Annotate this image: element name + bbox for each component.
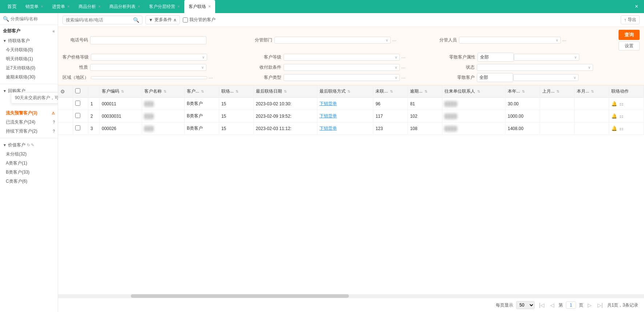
name-sort-icon[interactable]: ⇅ <box>164 89 166 93</box>
tab-customer-tier[interactable]: 客户分层经营 × <box>145 0 184 13</box>
action-bell-1[interactable]: 🔔 <box>611 113 617 119</box>
export-btn[interactable]: ↑ 导出 <box>621 15 640 24</box>
price-tier-label: 客户价格等级 <box>63 54 89 60</box>
code-sort-icon[interactable]: ⇅ <box>121 89 124 93</box>
all-customers-header[interactable]: 全部客户 « <box>0 25 58 36</box>
page-number-input[interactable] <box>566 301 576 309</box>
close-customer-link-tab[interactable]: × <box>208 4 211 9</box>
table-settings-icon[interactable]: ⚙ <box>60 89 65 94</box>
sidebar-item-b-class[interactable]: B类客户(33) <box>0 168 58 177</box>
close-customer-tier-tab[interactable]: × <box>177 4 180 9</box>
first-page-btn[interactable]: |◁ <box>538 302 546 308</box>
gender-select[interactable]: ∨ <box>90 64 206 71</box>
cell-overdue-2: 108 <box>408 122 442 135</box>
sidebar-item-7days[interactable]: 近7天待联络(0) <box>0 64 58 73</box>
close-analysis-list-tab[interactable]: × <box>138 4 140 9</box>
last-page-btn[interactable]: ▷| <box>596 302 604 308</box>
method-link-2[interactable]: 下销货单 <box>319 126 337 131</box>
value-refresh-icon[interactable]: ↻ <box>27 143 30 147</box>
type-sort-icon[interactable]: ⇅ <box>201 89 204 93</box>
unit-sort-icon[interactable]: ⇅ <box>477 89 480 93</box>
method-sort-icon[interactable]: ⇅ <box>347 89 350 93</box>
region-label: 区域（地区） <box>63 74 89 81</box>
date-sort-icon[interactable]: ⇅ <box>284 89 287 93</box>
collapse-icon[interactable]: « <box>52 29 55 34</box>
phone-input[interactable] <box>90 36 206 44</box>
table-body: 1 000011 ███ B类客户 15 2023-03-02 10:30: 下… <box>58 98 644 135</box>
settings-button[interactable]: 设置 <box>619 41 640 50</box>
nocontact-sort-icon[interactable]: ⇅ <box>390 89 393 93</box>
window-close-button[interactable]: × <box>632 3 641 10</box>
row-checkbox-1[interactable] <box>75 113 80 118</box>
payment-select[interactable]: ∨ <box>283 64 400 71</box>
price-tier-select[interactable]: ∨ <box>91 54 207 61</box>
method-link-1[interactable]: 下销货单 <box>319 113 337 118</box>
dept-select[interactable]: ∨ <box>274 37 391 44</box>
action-bell-2[interactable]: 🔔 <box>611 126 617 131</box>
sidebar-item-tomorrow-label: 明天待联络(1) <box>6 56 33 62</box>
my-customers-check[interactable]: 我分管的客户 <box>183 17 216 23</box>
per-page-select[interactable]: 50 100 200 <box>516 301 535 309</box>
tab-purchase[interactable]: 进货单 × <box>48 0 74 13</box>
action-grid-1[interactable]: ⚏ <box>619 113 624 119</box>
sidebar-item-declining[interactable]: 持续下滑客户(2) ? <box>0 127 58 136</box>
customer-type-select[interactable]: ∨ <box>283 74 400 81</box>
value-edit-icon[interactable]: ✎ <box>31 143 34 147</box>
sidebar-item-warning[interactable]: 流失预警客户(3) ⚠ <box>0 109 58 118</box>
lmonth-sort-icon[interactable]: ⇅ <box>556 89 559 93</box>
payment-field: 收付款条件 ∨ ··· <box>256 64 446 71</box>
action-grid-0[interactable]: ⚏ <box>619 101 624 106</box>
per-page-label: 每页显示 <box>496 302 513 308</box>
tab-analysis[interactable]: 商品分析 × <box>74 0 105 13</box>
sidebar-search-input[interactable] <box>11 16 58 21</box>
contact-sort-icon[interactable]: ⇅ <box>236 89 238 93</box>
action-bell-0[interactable]: 🔔 <box>611 101 617 106</box>
zero-retail2-select[interactable]: 全部 <box>477 73 513 82</box>
close-analysis-tab[interactable]: × <box>98 4 101 9</box>
tab-analysis-list[interactable]: 商品分析列表 × <box>105 0 145 13</box>
price-tier-field: 客户价格等级 ∨ <box>63 54 253 61</box>
next-page-btn[interactable]: ▷ <box>586 302 593 308</box>
sidebar-item-already-lost[interactable]: 已流失客户(24) ? <box>0 118 58 127</box>
filter-search-box: 🔍 <box>63 16 142 24</box>
filter-search-icon[interactable]: 🔍 <box>133 17 139 23</box>
query-button[interactable]: 查询 <box>619 30 640 40</box>
customer-tier-select[interactable]: ∨ <box>283 54 400 61</box>
method-link-0[interactable]: 下销货单 <box>319 101 337 106</box>
overdue-sort-icon[interactable]: ⇅ <box>424 89 427 93</box>
status-select[interactable]: ∨ <box>477 64 593 71</box>
filter-search-input[interactable] <box>66 17 133 23</box>
total-label: 共1页，3条记录 <box>607 302 638 308</box>
action-grid-2[interactable]: ⚏ <box>619 126 624 131</box>
region-select[interactable] <box>91 76 207 79</box>
person-select[interactable]: ∨ <box>459 37 561 44</box>
prev-page-btn[interactable]: ◁ <box>549 302 556 308</box>
row-checkbox-2[interactable] <box>75 125 80 130</box>
tab-customer-link[interactable]: 客户联络 × <box>184 0 215 13</box>
tmonth-sort-icon[interactable]: ⇅ <box>591 89 594 93</box>
row-checkbox-0[interactable] <box>75 101 80 106</box>
year-sort-icon[interactable]: ⇅ <box>522 89 525 93</box>
zero-retail2-select2[interactable]: ∨ <box>513 74 579 81</box>
sidebar-item-ungroup[interactable]: 未分组(32) <box>0 150 58 159</box>
sidebar-item-overdue[interactable]: 逾期未联络(30) <box>0 73 58 82</box>
value-customers-header[interactable]: ▼ 价值客户 ↻ ✎ <box>0 141 58 150</box>
cell-name-1: ███ <box>142 110 184 122</box>
my-customers-checkbox[interactable] <box>183 17 188 23</box>
close-purchase-tab[interactable]: × <box>67 4 70 9</box>
sidebar-item-tomorrow[interactable]: 明天待联络(1) <box>0 54 58 64</box>
sidebar-item-a-class[interactable]: A类客户(1) <box>0 159 58 168</box>
tab-sales[interactable]: 销货单 × <box>21 0 48 13</box>
pending-contact-header[interactable]: ▼ 待联络客户 <box>0 36 58 45</box>
zero-retail-attr-select2[interactable]: ∨ <box>514 54 579 61</box>
close-sales-tab[interactable]: × <box>41 4 43 9</box>
horizontal-scrollbar[interactable] <box>58 294 644 298</box>
more-conditions-btn[interactable]: ▼ 更多条件 ∧ <box>145 15 180 24</box>
zero-retail-attr-select[interactable]: 全部 <box>478 53 514 62</box>
tab-home[interactable]: 首页 <box>3 3 21 10</box>
th-this-year: 本年... ⇅ <box>505 85 540 98</box>
sidebar-item-today[interactable]: 今天待联络(0) <box>0 45 58 54</box>
select-all-checkbox[interactable] <box>75 88 80 93</box>
sidebar-item-c-class[interactable]: C类客户(6) <box>0 177 58 186</box>
scrollbar-thumb[interactable] <box>131 294 349 298</box>
